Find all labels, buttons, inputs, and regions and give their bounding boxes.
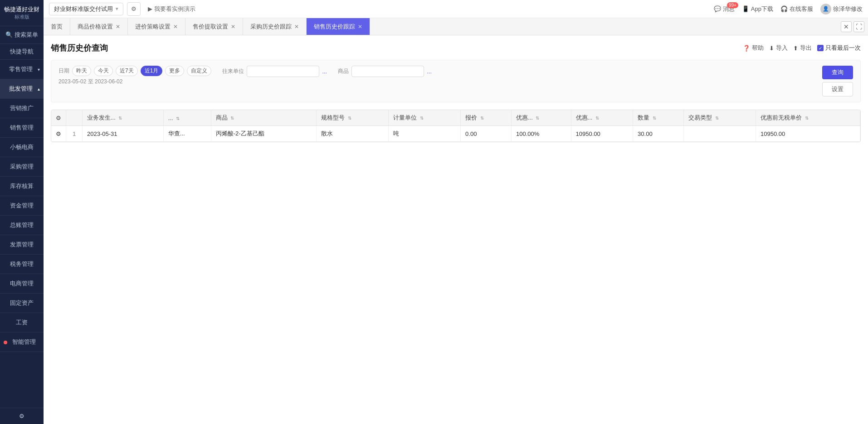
table-col-product[interactable]: 商品 ⇅ [211, 110, 316, 126]
sidebar-item-label-tax: 税务管理 [4, 260, 40, 268]
table-col-spec-label: 规格型号 [321, 114, 345, 121]
sidebar-item-smart[interactable]: 智能管理 [0, 332, 44, 352]
table-col-product-label: 商品 [216, 114, 228, 121]
sidebar-item-quick-nav[interactable]: 快捷导航 [0, 44, 44, 60]
version-selector[interactable]: 好业财标准版交付试用 ▾ [49, 3, 123, 15]
demo-play-icon: ▶ [148, 5, 152, 12]
row-unit-cell: 吨 [389, 126, 461, 142]
date-btn-yesterday[interactable]: 昨天 [72, 66, 91, 76]
tab-label-home: 首页 [51, 23, 63, 31]
topbar-settings-button[interactable]: ⚙ [127, 2, 141, 16]
table-col-pretax-price[interactable]: 优惠前无税单价 ⇅ [756, 110, 860, 126]
tab-home[interactable]: 首页 [44, 18, 70, 35]
table-col-unit[interactable]: 计量单位 ⇅ [389, 110, 461, 126]
query-button[interactable]: 查询 [822, 66, 853, 79]
tab-purchase-strategy[interactable]: 进价策略设置 ✕ [128, 18, 185, 35]
help-link[interactable]: ❓ 帮助 [743, 44, 764, 52]
export-icon: ⬆ [793, 45, 798, 52]
table-col-more[interactable]: ... ⇅ [163, 110, 211, 126]
sidebar-item-wholesale[interactable]: 批发管理 ▴ [0, 79, 44, 99]
expand-icon: ⛶ [856, 23, 862, 30]
sidebar-item-inventory[interactable]: 库存核算 [0, 177, 44, 196]
demo-button[interactable]: ▶ 我要看实例演示 [148, 5, 195, 13]
sidebar-item-ecommerce-small[interactable]: 小畅电商 [0, 138, 44, 157]
sidebar-item-label-payroll: 工资 [4, 318, 40, 327]
sidebar-item-purchase[interactable]: 采购管理 [0, 157, 44, 177]
online-service-button[interactable]: 🎧 在线客服 [780, 5, 813, 13]
tab-close-purchase-strategy[interactable]: ✕ [173, 24, 178, 30]
tab-expand-button[interactable]: ⛶ [853, 21, 864, 32]
table-col-unit-label: 计量单位 [393, 114, 417, 121]
sidebar-item-label-quick-nav: 快捷导航 [10, 48, 34, 55]
sidebar-item-label-accounting: 总账管理 [4, 221, 40, 229]
tab-sale-extraction[interactable]: 售价提取设置 ✕ [185, 18, 243, 35]
date-btn-custom[interactable]: 自定义 [187, 66, 211, 76]
demo-label: 我要看实例演示 [154, 5, 195, 13]
tab-close-price-settings[interactable]: ✕ [116, 24, 120, 30]
product-input[interactable] [351, 66, 424, 77]
table-col-discount2[interactable]: 优惠... ⇅ [571, 110, 633, 126]
sidebar-item-fixed-assets[interactable]: 固定资产 [0, 294, 44, 313]
app-download-button[interactable]: 📱 App下载 [742, 5, 773, 13]
sort-product-icon: ⇅ [230, 116, 234, 120]
table-col-trade-type-label: 交易类型 [688, 114, 712, 121]
import-label: 导入 [776, 44, 788, 52]
table-col-trade-type[interactable]: 交易类型 ⇅ [683, 110, 756, 126]
table-col-gear[interactable]: ⚙ [51, 110, 66, 126]
table-col-date[interactable]: 业务发生... ⇅ [83, 110, 164, 126]
customer-input[interactable] [247, 66, 319, 77]
sort-pretax-price-icon: ⇅ [805, 116, 809, 120]
messages-button[interactable]: 💬 消息 99+ [714, 5, 735, 13]
sidebar-item-retail[interactable]: 零售管理 ▾ [0, 60, 44, 79]
row-discount1-cell: 100.00% [511, 126, 571, 142]
tabbar-controls: ✕ ⛶ [837, 21, 868, 32]
tab-close-all-button[interactable]: ✕ [841, 21, 852, 32]
date-btn-more[interactable]: 更多 [165, 66, 184, 76]
tab-close-sales-history[interactable]: ✕ [358, 24, 362, 30]
sidebar-item-sales[interactable]: 销售管理 [0, 118, 44, 138]
settings-button[interactable]: 设置 [822, 82, 853, 96]
table-col-price[interactable]: 报价 ⇅ [461, 110, 512, 126]
table-col-price-label: 报价 [465, 114, 477, 121]
help-label: 帮助 [752, 44, 764, 52]
tab-close-sale-extraction[interactable]: ✕ [231, 24, 235, 30]
sidebar-settings-button[interactable]: ⚙ [0, 408, 44, 424]
sidebar-item-payroll[interactable]: 工资 [0, 313, 44, 332]
tab-close-purchase-history[interactable]: ✕ [294, 24, 299, 30]
row-gear-cell[interactable]: ⚙ [51, 126, 66, 142]
import-link[interactable]: ⬇ 导入 [769, 44, 788, 52]
sidebar-item-tax[interactable]: 税务管理 [0, 255, 44, 274]
date-btn-today[interactable]: 今天 [94, 66, 113, 76]
sort-price-icon: ⇅ [480, 116, 484, 120]
download-icon: 📱 [742, 5, 749, 12]
table-row[interactable]: ⚙ 1 2023-05-31 华查... 丙烯酸-2-乙基己酯 散水 吨 0.0… [51, 126, 860, 142]
only-last-checkbox[interactable]: ✓ [817, 45, 824, 51]
export-link[interactable]: ⬆ 导出 [793, 44, 812, 52]
sidebar-item-ecommerce[interactable]: 电商管理 [0, 274, 44, 294]
table-col-qty[interactable]: 数量 ⇅ [633, 110, 684, 126]
date-btn-1month[interactable]: 近1月 [141, 66, 163, 76]
date-btn-7days[interactable]: 近7天 [116, 66, 138, 76]
sort-spec-icon: ⇅ [348, 116, 351, 120]
date-filter-label: 日期 [59, 67, 69, 75]
customer-more-button[interactable]: ... [322, 68, 327, 75]
page-title: 销售历史价查询 [51, 43, 108, 53]
only-last-checkbox-label[interactable]: ✓ 只看最后一次 [817, 44, 861, 52]
customer-filter-row: 往来单位 ... [222, 66, 327, 77]
product-more-button[interactable]: ... [427, 68, 432, 75]
tab-price-settings[interactable]: 商品价格设置 ✕ [70, 18, 128, 35]
sidebar-item-search[interactable]: 🔍 搜索菜单 [0, 26, 44, 44]
sidebar-item-marketing[interactable]: 营销推广 [0, 99, 44, 118]
sort-discount2-icon: ⇅ [595, 116, 599, 120]
sidebar-item-invoice[interactable]: 发票管理 [0, 235, 44, 255]
app-download-label: App下载 [751, 5, 773, 13]
table-col-spec[interactable]: 规格型号 ⇅ [316, 110, 388, 126]
table-col-num [66, 110, 83, 126]
check-icon: ✓ [819, 46, 822, 51]
sidebar-item-finance[interactable]: 资金管理 [0, 196, 44, 216]
table-col-discount1[interactable]: 优惠... ⇅ [511, 110, 571, 126]
sidebar-item-accounting[interactable]: 总账管理 [0, 216, 44, 235]
user-menu[interactable]: 👤 徐泽华修改 [820, 4, 863, 14]
tab-purchase-history[interactable]: 采购历史价跟踪 ✕ [243, 18, 307, 35]
tab-sales-history[interactable]: 销售历史价跟踪 ✕ [307, 18, 370, 35]
